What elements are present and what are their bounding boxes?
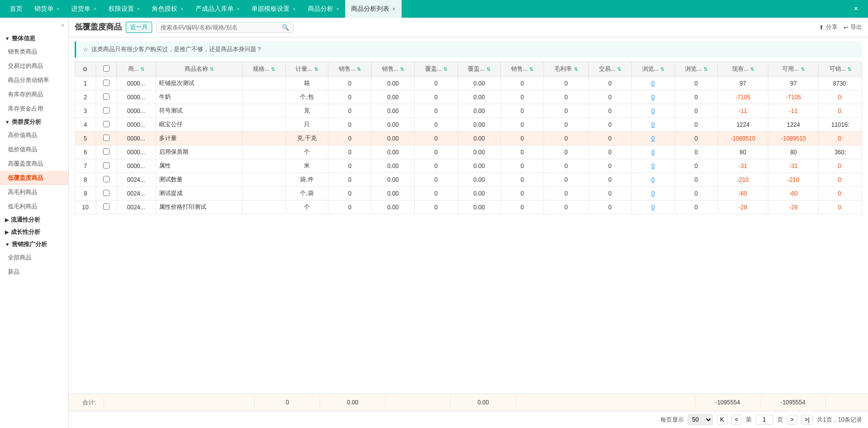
close-icon[interactable]: × [237,6,240,12]
col-sales-qty[interactable]: 销售... ⇅ [328,62,372,77]
nav-product-analysis-list[interactable]: 商品分析列表 × [345,0,401,18]
close-icon[interactable]: × [180,6,183,12]
row-browse1[interactable]: 0 [631,187,675,200]
row-browse1[interactable]: 0 [631,145,675,159]
sidebar-item-high-margin[interactable]: 高毛利商品 [0,185,68,200]
col-settings[interactable]: ⚙ [75,62,96,77]
row-cov1: 0 [414,118,458,132]
table-row: 2 0000... 牛奶 个,包 0 0.00 0 0.00 0 0 0 0 0… [75,90,862,104]
row-cov1: 0 [414,145,458,159]
sidebar-section-overall[interactable]: ▼ 整体信息 [0,32,68,45]
nav-home[interactable]: 首页 [4,0,28,18]
app-close-button[interactable]: × [848,4,864,13]
row-checkbox[interactable] [96,159,116,173]
nav-template-settings[interactable]: 单据模板设置 × [245,0,301,18]
sidebar-item-traded-goods[interactable]: 交易过的商品 [0,59,68,73]
totals-coverage: 0.00 [450,397,515,408]
sidebar-section-cluster[interactable]: ▼ 类群度分析 [0,116,68,128]
row-spec [242,145,285,159]
sidebar-item-stock-capital[interactable]: 库存资金占用 [0,102,68,116]
sidebar-item-sales-goods[interactable]: 销售类商品 [0,45,68,59]
close-icon[interactable]: × [392,6,395,12]
row-checkbox[interactable] [96,77,116,90]
search-input[interactable] [161,24,282,31]
row-browse1[interactable]: 0 [631,159,675,173]
sidebar-item-low-coverage[interactable]: 低覆盖度商品 [0,171,68,185]
row-browse1[interactable]: 0 [631,132,675,145]
col-gross[interactable]: 毛利率 ⇅ [544,62,589,77]
col-stock-a[interactable]: 可用... ⇅ [768,62,819,77]
nav-purchase[interactable]: 进货单 × [65,0,102,18]
col-trans[interactable]: 交易... ⇅ [589,62,632,77]
row-browse2: 0 [675,90,718,104]
close-icon[interactable]: × [336,6,339,12]
chevron-right-icon: ▶ [5,217,9,223]
sidebar-item-all-goods[interactable]: 全部商品 [0,251,68,265]
sidebar-section-marketing[interactable]: ▼ 营销推广分析 [0,238,68,251]
row-browse1[interactable]: 0 [631,118,675,132]
row-browse1[interactable]: 0 [631,173,675,187]
row-sales-amt: 0.00 [372,145,415,159]
col-sales-amt[interactable]: 销售... ⇅ [372,62,415,77]
close-icon[interactable]: × [137,6,140,12]
select-all-checkbox[interactable] [103,65,109,72]
row-browse1[interactable]: 0 [631,104,675,118]
search-icon[interactable]: 🔍 [282,24,289,31]
row-checkbox[interactable] [96,118,116,132]
sidebar-item-new-goods[interactable]: 新品 [0,265,68,279]
page-size-select[interactable]: 50 100 200 [688,414,713,425]
nav-product-inbound[interactable]: 产成品入库单 × [190,0,245,18]
col-browse2[interactable]: 浏览... ⇅ [675,62,718,77]
col-browse1[interactable]: 浏览... ⇅ [631,62,675,77]
prev-page-button[interactable]: < [732,415,742,425]
row-browse1[interactable]: 0 [631,200,675,214]
filter-period-button[interactable]: 近一月 [126,22,152,33]
share-button[interactable]: ⬆ 分享 [819,23,838,31]
col-stock-c[interactable]: 现有... ⇅ [718,62,768,77]
first-page-button[interactable]: K [717,415,728,425]
col-checkbox[interactable] [96,62,116,77]
nav-sales-order[interactable]: 销货单 × [28,0,65,18]
row-checkbox[interactable] [96,104,116,118]
row-sales-amt: 0.00 [372,77,415,90]
row-checkbox[interactable] [96,145,116,159]
sidebar-item-category-rate[interactable]: 商品分类动销率 [0,73,68,87]
row-sales-amt: 0.00 [372,187,415,200]
sidebar-section-liquidity[interactable]: ▶ 流通性分析 [0,214,68,226]
row-checkbox[interactable] [96,173,116,187]
col-sales-n[interactable]: 销售... ⇅ [501,62,544,77]
next-page-button[interactable]: > [787,415,797,425]
close-icon[interactable]: × [93,6,96,12]
export-button[interactable]: ↩ 导出 [843,23,862,31]
row-browse1[interactable]: 0 [631,77,675,90]
col-name[interactable]: 商品名称 ⇅ [156,62,242,77]
sidebar-collapse-button[interactable]: « [0,18,68,32]
sidebar-section-growth[interactable]: ▶ 成长性分析 [0,226,68,238]
close-icon[interactable]: × [56,6,59,12]
nav-permissions[interactable]: 权限设置 × [103,0,146,18]
row-browse1[interactable]: 0 [631,90,675,104]
sidebar-item-high-value[interactable]: 高价值商品 [0,128,68,143]
nav-role-auth[interactable]: 角色授权 × [146,0,189,18]
col-unit[interactable]: 计量... ⇅ [285,62,328,77]
close-icon[interactable]: × [293,6,296,12]
sidebar-item-low-value[interactable]: 低价值商品 [0,143,68,157]
sidebar-item-high-coverage[interactable]: 高覆盖度商品 [0,157,68,171]
page-number-input[interactable] [756,415,773,425]
col-code[interactable]: 商... ⇅ [116,62,156,77]
last-page-button[interactable]: >| [801,415,813,425]
row-checkbox[interactable] [96,132,116,145]
sidebar-item-stocked-goods[interactable]: 有库存的商品 [0,87,68,102]
col-cov2[interactable]: 覆盖... ⇅ [458,62,501,77]
table-wrapper[interactable]: ⚙ 商... ⇅ 商品名称 ⇅ 规格... ⇅ 计量... ⇅ 销售... ⇅ … [69,61,868,394]
nav-product-analysis[interactable]: 商品分析 × [302,0,345,18]
row-checkbox[interactable] [96,90,116,104]
row-checkbox[interactable] [96,200,116,214]
row-gross: 0 [544,104,589,118]
col-spec[interactable]: 规格... ⇅ [242,62,285,77]
sidebar-item-low-margin[interactable]: 低毛利商品 [0,200,68,214]
col-stock-s[interactable]: 可销... ⇅ [819,62,862,77]
row-checkbox[interactable] [96,187,116,200]
col-cov1[interactable]: 覆盖... ⇅ [414,62,458,77]
row-browse2: 0 [675,200,718,214]
